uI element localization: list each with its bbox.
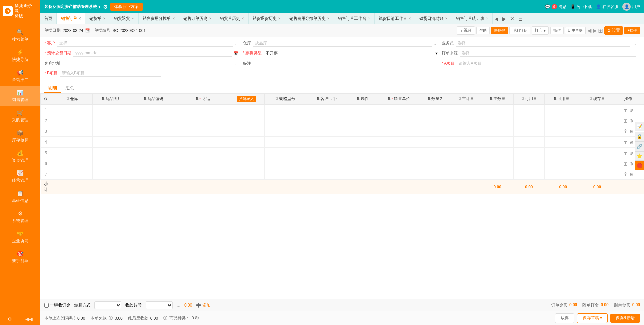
tab-销售订单历史[interactable]: 销售订单历史✕ <box>179 13 216 24</box>
delivery-calendar-icon[interactable]: 📅 <box>234 51 239 56</box>
ticket-type-dropdown-icon[interactable]: ▾ <box>435 51 438 56</box>
cell-unit-0[interactable] <box>378 105 419 115</box>
debt-info-icon[interactable]: ⓘ <box>109 315 113 321</box>
cell-qty2-6[interactable] <box>419 169 450 180</box>
cell-code-5[interactable] <box>130 158 177 169</box>
system-title[interactable]: 装备及固定资产辅助管理系统 ▾ <box>44 4 100 10</box>
tab-销货单历史[interactable]: 销货单历史✕ <box>216 13 249 24</box>
cell-warehouse-4[interactable] <box>51 148 93 158</box>
cell-avail2-6[interactable] <box>545 169 581 180</box>
cell-qty2-4[interactable] <box>419 148 450 158</box>
th-product-sort-icon[interactable]: ⇅ <box>195 97 199 101</box>
cell-code-6[interactable] <box>130 169 177 180</box>
cell-customer_code-0[interactable] <box>306 105 347 115</box>
tab-销售订单工作台[interactable]: 销售订单工作台✕ <box>334 13 375 24</box>
copy-icon-4[interactable]: ⊕ <box>629 150 633 156</box>
copy-icon-1[interactable]: ⊕ <box>629 118 633 123</box>
cell-avail2-1[interactable] <box>545 115 581 126</box>
cell-product-2[interactable] <box>177 126 228 137</box>
tab-close-11[interactable]: ✕ <box>445 17 448 21</box>
bank-more-btn[interactable]: … <box>177 303 180 307</box>
cell-customer_code-2[interactable] <box>306 126 347 137</box>
cell-main_unit-5[interactable] <box>450 158 482 169</box>
cell-avail2-3[interactable] <box>545 137 581 148</box>
cell-unit-6[interactable] <box>378 169 419 180</box>
cell-spec-3[interactable] <box>264 137 306 148</box>
calendar-icon[interactable]: 📅 <box>85 28 90 33</box>
help-btn[interactable]: 帮助 <box>476 27 490 34</box>
scan-btn[interactable]: 扫码录入 <box>237 96 256 102</box>
cell-stock-4[interactable] <box>581 148 613 158</box>
sidebar-item-库存核算[interactable]: 📦库存核算 <box>0 126 40 147</box>
sidebar-item-新手引导[interactable]: 🎯新手引导 <box>0 247 40 268</box>
copy-icon-5[interactable]: ⊕ <box>629 161 633 166</box>
delete-icon-4[interactable]: 🗑 <box>623 150 628 156</box>
tab-钱货日清工作台[interactable]: 钱货日清工作台✕ <box>375 13 415 24</box>
tab-close-6[interactable]: ✕ <box>241 17 244 21</box>
copy-icon-2[interactable]: ⊕ <box>629 129 633 134</box>
save-draft-button[interactable]: 保存草稿 ▾ <box>577 313 608 323</box>
sidebar-settings-icon[interactable]: ⚙ <box>8 316 12 322</box>
cell-stock-3[interactable] <box>581 137 613 148</box>
payment-method-select[interactable] <box>94 301 121 309</box>
cell-stock-5[interactable] <box>581 158 613 169</box>
tab-close-2[interactable]: ✕ <box>103 17 106 21</box>
cell-avail2-5[interactable] <box>545 158 581 169</box>
cell-attr-3[interactable] <box>347 137 378 148</box>
cell-img-3[interactable] <box>92 137 130 148</box>
cell-spec-2[interactable] <box>264 126 306 137</box>
sidebar-item-快捷导航[interactable]: ⚡快捷导航 <box>0 46 40 66</box>
cell-spec-1[interactable] <box>264 115 306 126</box>
tab-close-1[interactable]: ✕ <box>78 17 81 21</box>
cell-main_unit-6[interactable] <box>450 169 482 180</box>
cell-scan-1[interactable] <box>228 115 264 126</box>
cell-code-3[interactable] <box>130 137 177 148</box>
cell-img-0[interactable] <box>92 105 130 115</box>
add-payment-btn[interactable]: ➕ 添加 <box>196 302 210 308</box>
th-unit-sort-icon[interactable]: ⇅ <box>387 97 391 101</box>
cell-stock-6[interactable] <box>581 169 613 180</box>
tab-销货单[interactable]: 销货单✕ <box>85 13 110 24</box>
th-qty2-sort-icon[interactable]: ⇅ <box>427 97 431 101</box>
discard-button[interactable]: 放弃 <box>555 313 574 323</box>
sidebar-item-采购管理[interactable]: 🛒采购管理 <box>0 106 40 126</box>
th-customer-code-sort-icon[interactable]: ⇅ <box>316 97 320 101</box>
tab-销货退货历史[interactable]: 销货退货历史✕ <box>249 13 285 24</box>
customer-code-info-icon[interactable]: ⓘ <box>333 96 337 102</box>
delete-icon-0[interactable]: 🗑 <box>623 107 628 113</box>
cell-unit-3[interactable] <box>378 137 419 148</box>
message-button[interactable]: 💬 9 消息 <box>545 4 566 10</box>
cell-attr-5[interactable] <box>347 158 378 169</box>
float-link-btn[interactable]: 🔗 <box>635 141 644 151</box>
tab-close-7[interactable]: ✕ <box>278 17 281 21</box>
cell-product-1[interactable] <box>177 115 228 126</box>
cell-avail-4[interactable] <box>513 148 545 158</box>
user-button[interactable]: 👤 用户 <box>622 3 640 11</box>
th-spec-sort-icon[interactable]: ⇅ <box>275 97 278 101</box>
cell-qty2-5[interactable] <box>419 158 450 169</box>
th-avail2-sort-icon[interactable]: ⇅ <box>553 97 557 101</box>
shortcut-btn[interactable]: 快捷键 <box>491 27 508 34</box>
tab-销售费用分摊单[interactable]: 销售费用分摊单✕ <box>139 13 179 24</box>
cell-img-2[interactable] <box>92 126 130 137</box>
cell-warehouse-0[interactable] <box>51 105 93 115</box>
address-more-btn[interactable]: … <box>235 62 239 66</box>
app-download-button[interactable]: 📱 App下载 <box>570 4 592 10</box>
customer-input[interactable] <box>57 40 233 47</box>
cell-avail2-4[interactable] <box>545 148 581 158</box>
toolbar-prev-icon[interactable]: ◀ <box>587 27 591 34</box>
delete-icon-3[interactable]: 🗑 <box>623 139 628 145</box>
order-source-input[interactable] <box>460 50 636 57</box>
cell-avail-6[interactable] <box>513 169 545 180</box>
cell-img-5[interactable] <box>92 158 130 169</box>
cell-customer_code-5[interactable] <box>306 158 347 169</box>
warehouse-more-btn[interactable]: … <box>434 41 438 45</box>
cell-warehouse-2[interactable] <box>51 126 93 137</box>
tab-next-btn[interactable]: ▶ <box>500 16 508 22</box>
th-stock-sort-icon[interactable]: ⇅ <box>589 97 592 101</box>
save-new-button[interactable]: 保存&新增 <box>610 314 640 323</box>
cell-avail-3[interactable] <box>513 137 545 148</box>
cell-spec-4[interactable] <box>264 148 306 158</box>
tab-close-5[interactable]: ✕ <box>209 17 212 21</box>
cell-code-4[interactable] <box>130 148 177 158</box>
